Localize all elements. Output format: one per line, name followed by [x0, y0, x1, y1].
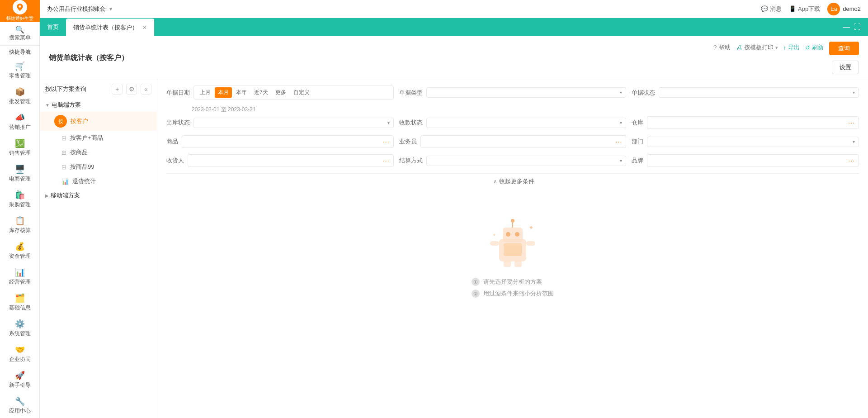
outbound-select[interactable]: ▾ — [193, 118, 394, 128]
quick-nav-label: 快捷导航 — [9, 49, 31, 55]
tab-sales-stat[interactable]: 销货单统计表（按客户） ✕ — [66, 19, 154, 37]
apps-icon: 🔧 — [15, 396, 25, 406]
message-label: 消息 — [770, 5, 782, 13]
sidebar-item-marketing[interactable]: 📣 营销推广 — [0, 109, 39, 135]
topbar-user[interactable]: Ea demo2 — [827, 3, 861, 15]
sidebar-item-apps[interactable]: 🔧 应用中心 — [0, 393, 39, 418]
tab-minimize-btn[interactable]: — — [843, 23, 850, 31]
tab-close-icon[interactable]: ✕ — [142, 24, 147, 31]
warehouse-dots[interactable]: ··· — [647, 116, 859, 129]
search-menu-item[interactable]: 🔍 搜索菜单 — [0, 22, 39, 46]
export-action[interactable]: ↑ 导出 — [783, 43, 800, 52]
payment-label: 收款状态 — [399, 119, 423, 127]
scheme-item-by-customer[interactable]: 按 按客户 — [40, 112, 157, 131]
sidebar-logo[interactable]: 畅捷通好生意 — [0, 0, 40, 22]
sidebar-item-ecommerce[interactable]: 🖥️ 电商管理 — [0, 161, 39, 186]
sidebar-item-purchase[interactable]: 🛍️ 采购管理 — [0, 186, 39, 212]
date-custom-btn[interactable]: 自定义 — [290, 87, 313, 98]
svg-rect-11 — [504, 243, 522, 256]
salesperson-select[interactable]: ··· — [420, 135, 627, 148]
settings-scheme-btn[interactable]: ⚙ — [126, 84, 137, 95]
type-label: 单据类型 — [399, 89, 423, 97]
add-scheme-btn[interactable]: + — [112, 84, 123, 95]
goods99-label: 按商品99 — [70, 163, 94, 171]
empty-tip-1: ① 请先选择要分析的方案 — [472, 278, 554, 286]
status-select[interactable]: ▾ — [659, 87, 859, 98]
sales-icon: 💹 — [15, 138, 25, 148]
date-last-month-btn[interactable]: 上月 — [197, 87, 214, 98]
tab-sales-stat-label: 销货单统计表（按客户） — [73, 24, 138, 32]
type-select[interactable]: ▾ — [426, 87, 627, 98]
collapse-panel-btn[interactable]: « — [141, 84, 151, 95]
topbar-message[interactable]: 💬 消息 — [761, 5, 782, 13]
scheme-group-mobile: ▶ 移动端方案 — [40, 189, 157, 202]
svg-point-4 — [515, 232, 519, 237]
topbar-app-download[interactable]: 📱 App下载 — [789, 5, 820, 13]
sidebar-item-wholesale[interactable]: 📦 批发管理 — [0, 83, 39, 109]
department-label: 部门 — [632, 138, 643, 146]
help-icon: ? — [713, 44, 717, 51]
sidebar-item-enterprise[interactable]: 🤝 企业协同 — [0, 341, 39, 367]
ecommerce-icon: 🖥️ — [15, 164, 25, 174]
receiver-dots-icon: ··· — [383, 157, 390, 164]
type-dropdown-icon: ▾ — [620, 90, 622, 95]
svg-rect-9 — [504, 261, 511, 267]
date-7days-btn[interactable]: 近7天 — [251, 87, 271, 98]
refresh-icon: ↺ — [805, 44, 810, 51]
sidebar-item-finance[interactable]: 💰 资金管理 — [0, 238, 39, 264]
sidebar-item-system[interactable]: ⚙️ 系统管理 — [0, 315, 39, 341]
sidebar-item-basics[interactable]: 🗂️ 基础信息 — [0, 290, 39, 315]
date-more-btn[interactable]: 更多 — [272, 87, 289, 98]
svg-rect-10 — [514, 261, 522, 267]
setting-button[interactable]: 设置 — [832, 61, 859, 74]
sidebar-item-retail[interactable]: 🛒 零售管理 — [0, 57, 39, 83]
warehouse-filter: 仓库 ··· — [632, 116, 859, 129]
scheme-item-customer-goods[interactable]: ⊞ 按客户+商品 — [40, 131, 157, 145]
sidebar-item-inventory[interactable]: 📋 库存核算 — [0, 212, 39, 238]
scheme-item-by-goods[interactable]: ⊞ 按商品 — [40, 145, 157, 160]
quick-nav-item[interactable]: 快捷导航 — [0, 46, 39, 57]
sidebar-item-newbie[interactable]: 🚀 新手引导 — [0, 367, 39, 393]
avatar: Ea — [827, 3, 840, 15]
scheme-item-return-stat[interactable]: 📊 退货统计 — [40, 174, 157, 189]
svg-point-0 — [19, 5, 21, 8]
page-title: 销货单统计表（按客户） — [49, 53, 128, 63]
logo-text: 畅捷通好生意 — [6, 15, 33, 22]
scheme-item-goods99[interactable]: ⊞ 按商品99 — [40, 160, 157, 174]
left-panel-tools: + ⚙ « — [112, 84, 151, 95]
scheme-group-desktop-header[interactable]: ▼ 电脑端方案 — [40, 98, 157, 112]
print-action[interactable]: 🖨 按模板打印 ▾ — [736, 43, 778, 52]
goods-select[interactable]: ··· — [182, 135, 394, 148]
empty-state: ✦ ✦ ① 请先选择要分析的方案 ② 用过滤条件来缩小分析范围 — [166, 189, 859, 328]
tab-home[interactable]: 首页 — [40, 18, 66, 36]
payment-select[interactable]: ▾ — [426, 118, 627, 128]
receiver-select[interactable]: ··· — [188, 154, 394, 167]
sidebar-item-operations[interactable]: 📊 经营管理 — [0, 264, 39, 290]
salesperson-filter: 业务员 ··· — [399, 135, 627, 148]
marketing-icon: 📣 — [15, 113, 25, 123]
page-content: 销货单统计表（按客户） ? 帮助 🖨 按模板打印 ▾ ↑ — [40, 36, 868, 418]
inventory-icon: 📋 — [15, 216, 25, 226]
date-this-year-btn[interactable]: 本年 — [233, 87, 250, 98]
status-dropdown-icon: ▾ — [853, 90, 855, 95]
tab-maximize-btn[interactable]: ⛶ — [854, 23, 861, 31]
scheme-group-mobile-header[interactable]: ▶ 移动端方案 — [40, 189, 157, 202]
export-icon: ↑ — [783, 44, 787, 51]
query-button[interactable]: 查询 — [829, 42, 859, 55]
date-selector[interactable]: 上月 本月 本年 近7天 更多 自定义 — [193, 86, 394, 100]
topbar-dropdown-icon[interactable]: ▾ — [109, 6, 112, 12]
date-this-month-btn[interactable]: 本月 — [215, 87, 232, 98]
outbound-filter: 出库状态 ▾ — [166, 118, 394, 128]
goods-dots-icon: ··· — [383, 138, 390, 145]
help-action[interactable]: ? 帮助 — [713, 43, 731, 52]
brand-select[interactable]: ··· — [647, 154, 859, 167]
settlement-select[interactable]: ▾ — [426, 156, 627, 166]
department-select[interactable]: ▾ — [647, 137, 859, 147]
by-goods-label: 按商品 — [70, 148, 88, 157]
refresh-action[interactable]: ↺ 刷新 — [805, 43, 824, 52]
left-panel: 按以下方案查询 + ⚙ « ▼ 电脑端方案 — [40, 78, 157, 418]
status-label: 单据状态 — [632, 89, 655, 97]
sidebar-item-sales[interactable]: 💹 销售管理 — [0, 135, 39, 161]
collapse-bar[interactable]: ∧ 收起更多条件 — [166, 173, 859, 189]
empty-robot-illustration: ✦ ✦ — [486, 216, 540, 271]
